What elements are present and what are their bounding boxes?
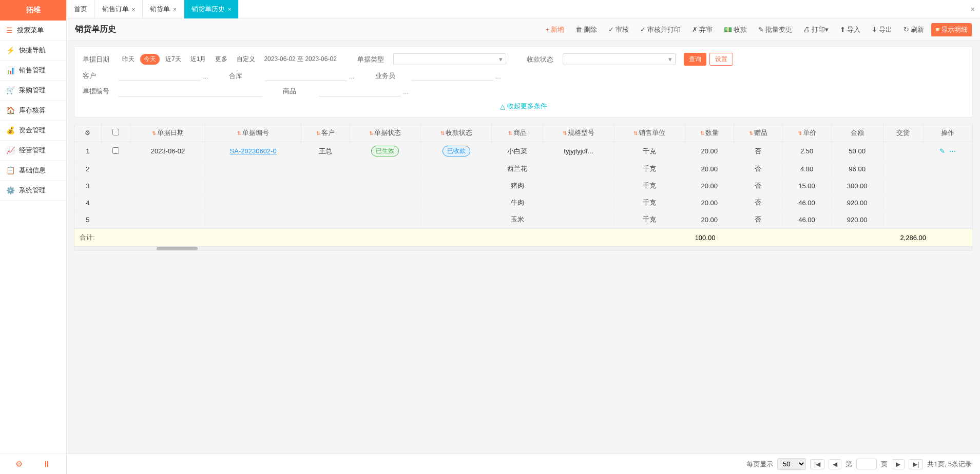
tab-sales-order-close[interactable]: × [132,6,135,12]
cell-checkbox[interactable] [101,194,130,211]
customer-dots[interactable]: ... [203,72,208,80]
col-doc-date[interactable]: ⇅单据日期 [130,124,205,142]
col-goods[interactable]: ⇅商品 [492,124,543,142]
audit-print-icon: ✓ [640,26,646,33]
sidebar-item-operations[interactable]: 📈 经营管理 [0,141,66,161]
sidebar-item-inventory[interactable]: 🏠 库存核算 [0,101,66,121]
col-trade[interactable]: 交货 [883,124,923,142]
tabs-close-all[interactable]: × [971,5,975,13]
sidebar-item-finance[interactable]: 💰 资金管理 [0,121,66,141]
collapse-button[interactable]: △ 收起更多条件 [83,102,964,111]
cell-spec: tyjyjtyjdf... [543,142,614,161]
abandon-button[interactable]: ✗ 弃审 [688,23,717,36]
cell-doc-date [130,194,205,211]
col-spec[interactable]: ⇅规格型号 [543,124,614,142]
warehouse-dots[interactable]: ... [349,72,355,80]
date-1month[interactable]: 近1月 [187,54,210,65]
horizontal-scrollbar[interactable] [74,246,972,250]
tab-sales-delivery-label: 销货单 [150,5,170,14]
new-button[interactable]: + 新增 [542,23,569,36]
edit-op-button[interactable]: ✎ [938,147,946,155]
col-settings[interactable]: ⚙ [74,124,101,142]
delete-button[interactable]: 🗑 删除 [571,23,601,36]
batch-change-button[interactable]: ✎ 批量变更 [754,23,796,36]
doc-no-link[interactable]: SA-20230602-0 [230,147,277,155]
col-checkbox[interactable] [101,124,130,142]
doc-type-select[interactable]: ▾ [393,53,506,65]
sidebar-item-sales-mgmt[interactable]: 📊 销售管理 [0,61,66,81]
page-size-select[interactable]: 50 100 200 [777,458,806,470]
sidebar-settings-icon[interactable]: ⚙ [15,459,23,469]
col-amount[interactable]: 金额 [831,124,883,142]
select-all-checkbox[interactable] [112,129,119,135]
more-op-button[interactable]: ⋯ [948,147,957,155]
tab-sales-delivery-close[interactable]: × [173,6,176,12]
print-button[interactable]: 🖨 打印 ▾ [799,23,833,36]
sidebar-item-system-mgmt[interactable]: ⚙️ 系统管理 [0,181,66,201]
sidebar-pause-icon[interactable]: ⏸ [43,460,51,469]
goods-input[interactable] [319,86,401,96]
query-button[interactable]: 查询 [684,53,706,66]
col-collect-status[interactable]: ⇅收款状态 [421,124,492,142]
col-doc-status[interactable]: ⇅单据状态 [350,124,420,142]
refresh-button[interactable]: ↻ 刷新 [899,23,928,36]
page-next-button[interactable]: ▶ [892,459,905,469]
page-first-button[interactable]: |◀ [810,459,824,469]
doc-no-input[interactable] [119,86,262,96]
sidebar-item-basic-info[interactable]: 📋 基础信息 [0,161,66,181]
filter-row-1: 单据日期 昨天 今天 近7天 近1月 更多 自定义 2023-06-02 至 2… [83,53,964,66]
table-header-row: ⚙ ⇅单据日期 ⇅单据编号 ⇅客户 ⇅单据状态 ⇅收款状态 ⇅商品 ⇅规格型号 … [74,124,972,142]
cell-checkbox[interactable] [101,161,130,177]
sidebar-item-label: 基础信息 [19,166,46,175]
page-prev-button[interactable]: ◀ [829,459,841,469]
tab-sales-history-close[interactable]: × [228,6,231,12]
sidebar-item-purchase-mgmt[interactable]: 🛒 采购管理 [0,81,66,101]
page-number-input[interactable]: 1 [856,459,877,469]
page-last-button[interactable]: ▶| [909,459,923,469]
warehouse-input[interactable] [265,71,347,81]
tab-sales-order[interactable]: 销售订单 × [95,0,143,18]
col-customer[interactable]: ⇅客户 [301,124,350,142]
total-info: 共1页, 5条记录 [927,460,972,469]
new-icon: + [546,26,550,33]
cell-unit: 千克 [614,177,685,194]
col-gift[interactable]: ⇅赠品 [734,124,782,142]
date-yesterday[interactable]: 昨天 [119,54,138,65]
ops-group: ✎ ⋯ [929,147,967,155]
date-more[interactable]: 更多 [212,54,231,65]
customer-input[interactable] [119,71,201,81]
cell-checkbox[interactable] [101,177,130,194]
cell-doc-status [350,194,420,211]
audit-button[interactable]: ✓ 审核 [604,23,633,36]
date-custom[interactable]: 自定义 [233,54,259,65]
sidebar-item-quick-nav[interactable]: ⚡ 快捷导航 [0,41,66,61]
sidebar-item-search-menu[interactable]: ☰ 搜索菜单 [0,21,66,41]
col-unit[interactable]: ⇅销售单位 [614,124,685,142]
settings-filter-button[interactable]: 设置 [709,53,733,66]
col-price[interactable]: ⇅单价 [782,124,831,142]
export-button[interactable]: ⬇ 导出 [868,23,896,36]
tab-sales-history[interactable]: 销货单历史 × [184,0,239,18]
cell-goods: 小白菜 [492,142,543,161]
show-detail-button[interactable]: ≡ 显示明细 [931,23,972,36]
collect-button[interactable]: 💵 收款 [720,23,751,36]
sidebar-item-label: 库存核算 [19,106,46,115]
cell-doc-no[interactable]: SA-20230602-0 [205,142,301,161]
collect-status-select[interactable]: ▾ [563,53,676,65]
tab-sales-delivery[interactable]: 销货单 × [143,0,184,18]
cell-customer [301,177,350,194]
import-button[interactable]: ⬆ 导入 [836,23,864,36]
cell-checkbox[interactable] [101,142,130,161]
cell-checkbox[interactable] [101,211,130,228]
staff-input[interactable] [411,71,493,81]
tab-home[interactable]: 首页 [67,0,95,18]
audit-print-button[interactable]: ✓ 审核并打印 [636,23,685,36]
staff-dots[interactable]: ... [495,72,501,80]
row-checkbox[interactable] [112,147,119,154]
date-today[interactable]: 今天 [140,54,160,65]
col-qty[interactable]: ⇅数量 [685,124,734,142]
date-7days[interactable]: 近7天 [162,54,185,65]
col-doc-no[interactable]: ⇅单据编号 [205,124,301,142]
scrollbar-thumb[interactable] [157,247,198,250]
goods-dots[interactable]: ... [403,88,409,95]
